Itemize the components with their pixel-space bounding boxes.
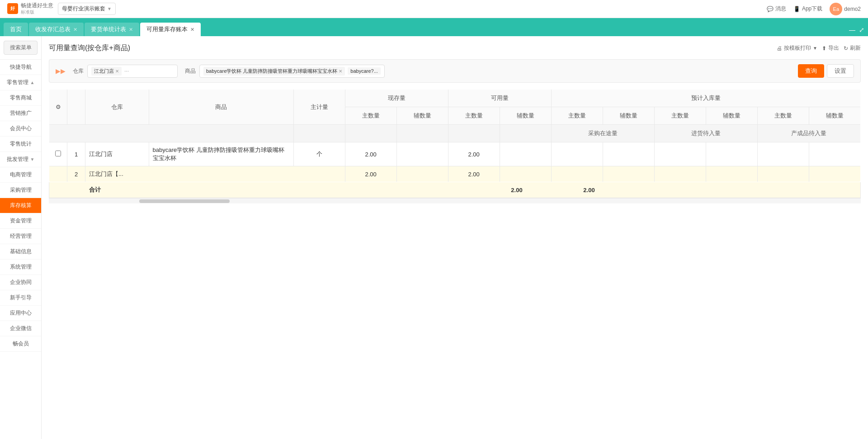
app-download-btn[interactable]: 📱 App下载: [793, 5, 822, 13]
product-tag-1-close[interactable]: ✕: [339, 69, 342, 74]
message-btn[interactable]: 💬 消息: [767, 5, 786, 13]
sidebar-item-basic-info-label: 基础信息: [10, 248, 32, 255]
sidebar-item-sys[interactable]: 系统管理: [0, 260, 41, 275]
tab-order-stats[interactable]: 要货单统计表 ✕: [85, 23, 139, 36]
sidebar-item-wholesale[interactable]: 批发管理 ▼: [0, 152, 41, 167]
settings-icon[interactable]: ⚙: [56, 104, 61, 110]
sidebar-item-retail-mgmt[interactable]: 零售管理 ▲: [0, 75, 41, 90]
template-print-label: 按模板打印: [784, 44, 811, 52]
sidebar-item-app-center[interactable]: 应用中心: [0, 306, 41, 321]
sidebar-item-ecommerce[interactable]: 电商管理: [0, 167, 41, 183]
chevron-icon-2: ▼: [30, 157, 35, 162]
tab-order-stats-close[interactable]: ✕: [129, 27, 133, 33]
sidebar-item-retail-stats-label: 零售统计: [10, 141, 32, 147]
print-icon: 🖨: [777, 45, 782, 52]
nav-tabs: 首页 收发存汇总表 ✕ 要货单统计表 ✕ 可用量库存账本 ✕ — ⤢: [0, 18, 868, 36]
row-finished-aux: [809, 142, 860, 166]
th-stock-main-qty: 主数量: [345, 107, 396, 125]
account-selector-label: 母婴行业演示账套: [62, 5, 105, 13]
refresh-icon: ↻: [844, 45, 848, 52]
sidebar: 搜索菜单 快捷导航 零售管理 ▲ 零售商城 营销推广 会员中心 零售统计 批发管…: [0, 36, 42, 439]
content-area: 可用量查询(按仓库+商品) 🖨 按模板打印 ▼ ⬆ 导出 ↻ 刷新: [42, 36, 868, 439]
row-purchase-main: [551, 142, 603, 166]
sidebar-item-new-guide[interactable]: 新手引导: [0, 290, 41, 306]
row-avail-aux: [500, 142, 551, 166]
template-print-btn[interactable]: 🖨 按模板打印 ▼: [777, 44, 817, 52]
th-warehouse: 仓库: [85, 90, 149, 125]
th-current-stock: 现存量: [345, 90, 448, 107]
warehouse-filter-tags[interactable]: 江北门店 ✕ ···: [87, 65, 178, 78]
tab-home[interactable]: 首页: [4, 23, 28, 36]
tab-available-inventory-close[interactable]: ✕: [190, 27, 194, 33]
settings-button[interactable]: 设置: [827, 64, 854, 78]
sidebar-item-ent-wechat[interactable]: 企业微信: [0, 321, 41, 336]
page-actions: 🖨 按模板打印 ▼ ⬆ 导出 ↻ 刷新: [777, 44, 861, 52]
total-avail-main: 2.00: [571, 187, 607, 194]
username-label: demo2: [844, 6, 861, 12]
subtotal-row: 2 江北门店【... 2.00 2.00: [49, 166, 861, 182]
sidebar-item-new-guide-label: 新手引导: [10, 294, 32, 301]
sidebar-item-basic-info[interactable]: 基础信息: [0, 244, 41, 260]
warehouse-filter-ellipsis[interactable]: ···: [124, 68, 129, 74]
page-container: 可用量查询(按仓库+商品) 🖨 按模板打印 ▼ ⬆ 导出 ↻ 刷新: [42, 36, 868, 439]
warehouse-filter-group: 仓库 江北门店 ✕ ···: [73, 65, 178, 78]
row-checkbox-input[interactable]: [55, 151, 61, 156]
maximize-icon[interactable]: ⤢: [859, 26, 864, 33]
th-number: [67, 90, 85, 125]
sidebar-item-shortcut[interactable]: 快捷导航: [0, 60, 41, 75]
sidebar-item-ops[interactable]: 经营管理: [0, 229, 41, 244]
row-checkbox[interactable]: [49, 142, 67, 166]
chevron-down-icon-print: ▼: [813, 46, 817, 51]
phone-icon: 📱: [793, 6, 800, 12]
subtotal-stock-main: 2.00: [345, 166, 396, 182]
subtotal-label: 江北门店【...: [85, 166, 345, 182]
subtotal-stock-aux: [396, 166, 448, 182]
subtotal-avail-aux: [500, 166, 551, 182]
app-download-label: App下载: [802, 5, 822, 13]
th-purchase-main: 主数量: [551, 107, 603, 125]
product-tag-2-value: babycare?...: [350, 68, 378, 74]
account-selector[interactable]: 母婴行业演示账套 ▼: [58, 3, 116, 15]
search-menu-btn[interactable]: 搜索菜单: [4, 41, 38, 55]
tab-receipt-summary-close[interactable]: ✕: [73, 27, 77, 33]
sidebar-item-retail-stats[interactable]: 零售统计: [0, 137, 41, 152]
warehouse-tag-close[interactable]: ✕: [115, 69, 119, 74]
th-settings: ⚙: [49, 90, 67, 125]
tab-available-inventory[interactable]: 可用量库存账本 ✕: [140, 23, 201, 36]
row-product: babycare学饮杯 儿童防摔防撞吸管杯重力球吸嘴杯宝宝水杯: [149, 142, 293, 166]
user-profile[interactable]: Ea demo2: [830, 3, 861, 15]
sidebar-item-retail-mall[interactable]: 零售商城: [0, 90, 41, 106]
logo-sub: 标准版: [21, 9, 53, 15]
tab-receipt-summary[interactable]: 收发存汇总表 ✕: [29, 23, 84, 36]
sidebar-item-purchase[interactable]: 采购管理: [0, 183, 41, 198]
filter-toggle-btn[interactable]: ▶▶: [56, 67, 66, 75]
table-row: 1 江北门店 babycare学饮杯 儿童防摔防撞吸管杯重力球吸嘴杯宝宝水杯 个…: [49, 142, 861, 166]
sidebar-item-inventory[interactable]: 库存核算: [0, 198, 41, 213]
query-button[interactable]: 查询: [798, 64, 824, 78]
bottom-scrollbar[interactable]: [49, 198, 861, 203]
tab-order-stats-label: 要货单统计表: [91, 25, 126, 33]
warehouse-tag-value: 江北门店: [94, 68, 114, 75]
sidebar-item-enterprise[interactable]: 企业协同: [0, 275, 41, 290]
product-filter-tags[interactable]: babycare学饮杯 儿童防摔防撞吸管杯重力球吸嘴杯宝宝水杯 ✕ babyca…: [199, 65, 385, 78]
sidebar-item-retail-mall-label: 零售商城: [10, 94, 32, 101]
export-btn[interactable]: ⬆ 导出: [822, 44, 839, 52]
top-bar-right: 💬 消息 📱 App下载 Ea demo2: [767, 3, 861, 15]
minimize-icon[interactable]: —: [849, 26, 855, 33]
refresh-btn[interactable]: ↻ 刷新: [844, 44, 861, 52]
sidebar-item-ops-label: 经营管理: [10, 233, 32, 239]
th-finished-aux: 辅数量: [809, 107, 860, 125]
th-sub-avail-main: [448, 125, 500, 142]
th-estimated-incoming: 预计入库量: [551, 90, 860, 107]
row-avail-main: 2.00: [448, 142, 500, 166]
sidebar-item-finance[interactable]: 资金管理: [0, 213, 41, 229]
total-row: 合计 2.00 2.00: [49, 182, 861, 198]
sidebar-item-enterprise-label: 企业协同: [10, 279, 32, 285]
sidebar-item-marketing-label: 营销推广: [10, 110, 32, 116]
sidebar-item-marketing[interactable]: 营销推广: [0, 106, 41, 121]
scroll-thumb[interactable]: [139, 199, 230, 203]
sidebar-item-member[interactable]: 会员中心: [0, 121, 41, 137]
sidebar-item-vip[interactable]: 畅会员: [0, 336, 41, 352]
th-main-unit: 主计量: [293, 90, 345, 125]
th-goods-aux: 辅数量: [706, 107, 757, 125]
